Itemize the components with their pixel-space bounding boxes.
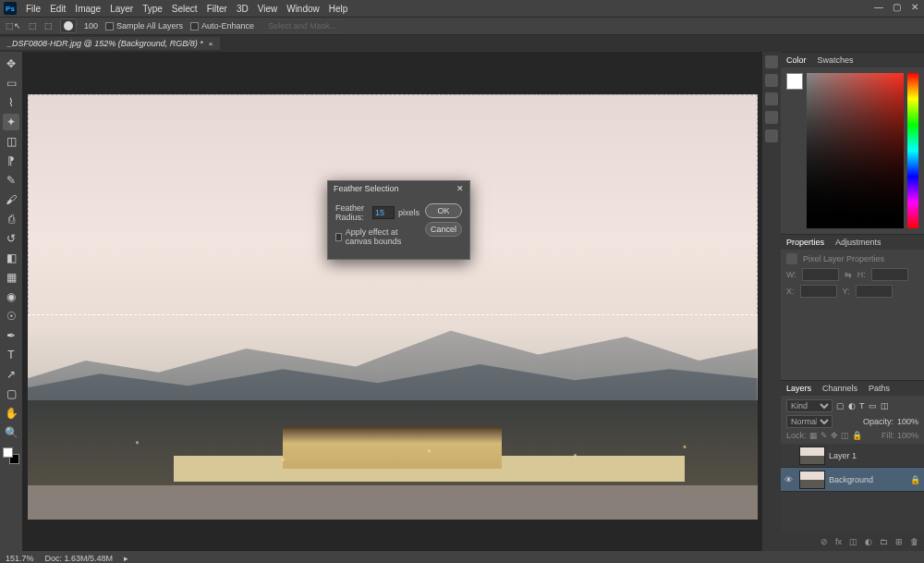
minimize-icon[interactable]: — [874, 2, 883, 11]
gradient-tool[interactable]: ▦ [3, 269, 19, 286]
quick-selection-tool[interactable]: ✦ [3, 114, 19, 130]
tab-channels[interactable]: Channels [821, 383, 859, 394]
blur-tool[interactable]: ◉ [3, 288, 19, 305]
zoom-tool[interactable]: 🔍 [3, 424, 19, 441]
close-icon[interactable]: ✕ [911, 2, 920, 11]
width-field[interactable] [802, 268, 839, 281]
menu-help[interactable]: Help [329, 4, 348, 14]
status-chevron-icon[interactable]: ▸ [124, 554, 128, 563]
y-field[interactable] [856, 285, 893, 298]
type-tool[interactable]: T [3, 347, 19, 363]
filter-pixel-icon[interactable]: ▢ [836, 401, 845, 410]
eraser-tool[interactable]: ◧ [3, 250, 19, 266]
color-picker-field[interactable] [807, 73, 904, 228]
tab-paths[interactable]: Paths [867, 383, 892, 394]
paragraph-icon[interactable] [765, 129, 778, 142]
tab-properties[interactable]: Properties [784, 237, 826, 248]
blend-mode-select[interactable]: Normal [786, 415, 833, 428]
sample-all-layers-checkbox[interactable]: Sample All Layers [105, 21, 183, 31]
select-and-mask-button[interactable]: Select and Mask... [261, 19, 343, 32]
move-tool[interactable]: ✥ [3, 55, 19, 72]
lock-transparency-icon[interactable]: ▦ [809, 431, 818, 440]
hand-tool[interactable]: ✋ [3, 405, 19, 422]
layer-row[interactable]: 👁 Background 🔒 [781, 468, 924, 492]
menu-edit[interactable]: Edit [50, 4, 66, 14]
path-tool[interactable]: ↗ [3, 366, 19, 383]
ok-button[interactable]: OK [425, 203, 462, 218]
layer-name[interactable]: Background [829, 475, 906, 484]
lock-artboard-icon[interactable]: ◫ [841, 431, 849, 440]
brush-settings-icon[interactable] [765, 74, 778, 87]
group-icon[interactable]: 🗀 [880, 537, 888, 546]
menu-view[interactable]: View [258, 4, 278, 14]
tab-adjustments[interactable]: Adjustments [833, 237, 883, 248]
tab-swatches[interactable]: Swatches [816, 55, 856, 66]
menu-type[interactable]: Type [142, 4, 163, 14]
link-layers-icon[interactable]: ⊘ [821, 537, 828, 546]
add-to-selection-icon[interactable]: ⬚ [29, 21, 37, 31]
layer-style-icon[interactable]: fx [835, 537, 842, 546]
dodge-tool[interactable]: ☉ [3, 308, 19, 324]
menu-select[interactable]: Select [172, 4, 198, 14]
lock-pixels-icon[interactable]: ✎ [821, 431, 828, 440]
eyedropper-tool[interactable]: ⁋ [3, 153, 19, 169]
document-tab[interactable]: _DSF0808-HDR.jpg @ 152% (Background, RGB… [0, 37, 220, 50]
dialog-close-icon[interactable]: ✕ [456, 184, 464, 193]
layer-mask-icon[interactable]: ◫ [849, 537, 857, 546]
x-field[interactable] [800, 285, 837, 298]
color-swatches[interactable] [3, 447, 19, 464]
layer-thumbnail[interactable] [799, 447, 825, 465]
brush-tool[interactable]: 🖌 [3, 191, 19, 208]
lasso-tool[interactable]: ⌇ [3, 94, 19, 111]
filter-type-icon[interactable]: T [859, 401, 865, 410]
opacity-value[interactable]: 100% [897, 417, 918, 426]
canvas[interactable] [28, 94, 758, 520]
history-icon[interactable] [765, 55, 778, 68]
menu-layer[interactable]: Layer [110, 4, 133, 14]
filter-adjustment-icon[interactable]: ◐ [848, 401, 856, 410]
character-icon[interactable] [765, 111, 778, 124]
quick-select-icon[interactable]: ⬚↖ [6, 21, 21, 31]
history-brush-tool[interactable]: ↺ [3, 230, 19, 247]
filter-shape-icon[interactable]: ▭ [869, 401, 877, 410]
apply-canvas-bounds-checkbox[interactable] [335, 233, 342, 241]
menu-image[interactable]: Image [75, 4, 101, 14]
feather-radius-input[interactable] [372, 206, 395, 219]
maximize-icon[interactable]: ▢ [893, 2, 902, 11]
new-layer-icon[interactable]: ⊞ [895, 537, 903, 546]
color-foreground-swatch[interactable] [786, 73, 803, 90]
menu-3d[interactable]: 3D [237, 4, 249, 14]
hue-slider[interactable] [907, 73, 918, 228]
tab-close-icon[interactable]: × [209, 40, 213, 48]
subtract-from-selection-icon[interactable]: ⬚ [44, 21, 53, 31]
lock-position-icon[interactable]: ✥ [831, 431, 838, 440]
tab-color[interactable]: Color [784, 55, 808, 66]
fill-value[interactable]: 100% [897, 431, 918, 440]
zoom-level[interactable]: 151.7% [6, 554, 34, 563]
adjustment-layer-icon[interactable]: ◐ [865, 537, 872, 546]
menu-file[interactable]: File [26, 4, 41, 14]
height-field[interactable] [871, 268, 908, 281]
menu-filter[interactable]: Filter [207, 4, 227, 14]
menu-window[interactable]: Window [286, 4, 320, 14]
tab-layers[interactable]: Layers [784, 383, 813, 394]
info-icon[interactable] [765, 92, 778, 105]
cancel-button[interactable]: Cancel [425, 222, 462, 237]
shape-tool[interactable]: ▢ [3, 386, 19, 402]
marquee-tool[interactable]: ▭ [3, 75, 19, 92]
layer-filter-select[interactable]: Kind [786, 399, 833, 412]
filter-smart-icon[interactable]: ◫ [881, 401, 889, 410]
doc-size[interactable]: Doc: 1.63M/5.48M [45, 554, 114, 563]
brush-preset[interactable] [60, 18, 77, 33]
auto-enhance-checkbox[interactable]: Auto-Enhance [190, 21, 254, 31]
pen-tool[interactable]: ✒ [3, 327, 19, 344]
crop-tool[interactable]: ◫ [3, 133, 19, 150]
healing-tool[interactable]: ✎ [3, 172, 19, 189]
delete-layer-icon[interactable]: 🗑 [910, 537, 918, 546]
layer-thumbnail[interactable] [799, 471, 825, 489]
canvas-area[interactable] [22, 52, 762, 551]
foreground-color[interactable] [3, 447, 13, 458]
lock-all-icon[interactable]: 🔒 [852, 431, 862, 440]
layer-row[interactable]: Layer 1 [781, 444, 924, 468]
visibility-icon[interactable]: 👁 [784, 475, 796, 484]
